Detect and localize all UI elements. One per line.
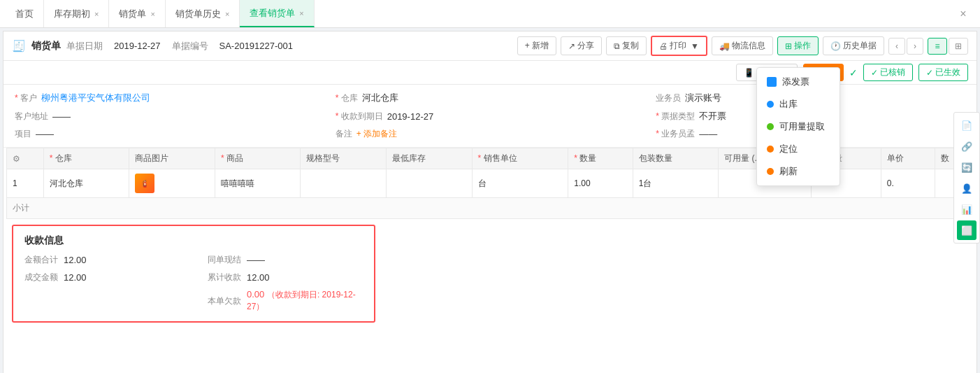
transaction-row: 成交金额 12.00 xyxy=(24,272,180,283)
project-label: 项目 xyxy=(15,128,31,140)
project-row: 项目 —— xyxy=(15,128,324,140)
cell-sales-unit: 台 xyxy=(472,169,568,198)
list-view-btn[interactable]: ≡ xyxy=(928,38,947,55)
outstanding-label: 本单欠款 xyxy=(208,295,241,307)
next-arrow[interactable]: › xyxy=(907,38,923,55)
doc-icon: 🧾 xyxy=(12,39,26,52)
doc-meta: 单据日期 2019-12-27 单据编号 SA-20191227-001 xyxy=(66,40,293,52)
note-row: 备注 + 添加备注 xyxy=(336,128,645,140)
share-icon: ↗ xyxy=(568,41,575,51)
col-pack-qty: 包装数量 xyxy=(633,148,719,169)
tab-home[interactable]: 首页 xyxy=(6,0,44,27)
total-row: 金额合计 12.00 xyxy=(24,254,180,266)
history-icon: 🕐 xyxy=(830,41,841,51)
close-inventory-init[interactable]: × xyxy=(94,10,99,18)
refresh-icon xyxy=(767,168,774,175)
sidebar-chart-icon[interactable]: 📊 xyxy=(957,199,977,219)
right-sidebar: 📄 🔗 🔄 👤 📊 ⬜ xyxy=(953,112,980,244)
available-qty-icon xyxy=(767,123,774,130)
payment-section: 收款信息 金额合计 12.00 成交金额 12.00 同单现结 —— xyxy=(12,225,375,323)
close-sales-history[interactable]: × xyxy=(225,10,229,18)
locate-icon xyxy=(767,146,774,153)
transaction-value: 12.00 xyxy=(64,272,87,283)
number-label: 单据编号 xyxy=(172,40,208,52)
menu-add-invoice[interactable]: 添发票 xyxy=(757,71,840,93)
out-warehouse-icon xyxy=(767,101,774,108)
date-value: 2019-12-27 xyxy=(114,41,161,51)
confirmed-button[interactable]: ✓ 已核销 xyxy=(863,64,913,81)
warehouse-row: 仓库 河北仓库 xyxy=(336,92,645,104)
menu-out-warehouse[interactable]: 出库 xyxy=(757,93,840,115)
history-button[interactable]: 🕐 历史单据 xyxy=(823,36,884,55)
col-sales-unit: 销售单位 xyxy=(472,148,568,169)
effective-check-icon: ✓ xyxy=(926,68,933,78)
print-dropdown-arrow: ▼ xyxy=(691,41,699,51)
cell-pack-qty: 1台 xyxy=(633,169,719,198)
customer-row: 客户 柳州粤港平安气体有限公司 xyxy=(15,92,324,104)
same-order-row: 同单现结 —— xyxy=(208,254,363,266)
share-button[interactable]: ↗ 分享 xyxy=(561,36,602,55)
cell-product-image: 🧯 xyxy=(129,169,215,198)
menu-refresh[interactable]: 刷新 xyxy=(757,160,840,183)
col-min-stock: 最低库存 xyxy=(387,148,473,169)
agent-value: —— xyxy=(699,129,717,139)
salesperson-value: 演示账号 xyxy=(685,92,721,104)
subtotal-row: 小计 xyxy=(7,198,974,219)
col-product-image: 商品图片 xyxy=(129,148,215,169)
new-button[interactable]: + 新增 xyxy=(517,36,556,55)
dropdown-menu: 添发票 出库 可用量提取 定位 刷新 xyxy=(756,67,840,186)
copy-button[interactable]: ⧉ 复制 xyxy=(606,36,647,55)
doc-toolbar: 🧾 销货单 单据日期 2019-12-27 单据编号 SA-20191227-0… xyxy=(3,31,977,61)
number-value: SA-20191227-001 xyxy=(219,41,294,51)
salesperson-label: 业务员 xyxy=(656,92,681,104)
tab-bar-close[interactable]: × xyxy=(952,3,974,25)
cell-unit-price: 0. xyxy=(881,169,935,198)
menu-available-qty[interactable]: 可用量提取 xyxy=(757,115,840,138)
sidebar-sync-icon[interactable]: 🔄 xyxy=(957,157,977,177)
tab-inventory-init[interactable]: 库存期初 × xyxy=(44,0,109,27)
menu-locate[interactable]: 定位 xyxy=(757,138,840,160)
col-settings[interactable]: ⚙ xyxy=(7,148,44,169)
tab-bar: 首页 库存期初 × 销货单 × 销货单历史 × 查看销货单 × × xyxy=(0,0,980,28)
agent-label: 业务员孟 xyxy=(656,128,695,140)
col-spec: 规格型号 xyxy=(301,148,387,169)
cell-seq: 1 xyxy=(7,169,44,198)
tab-view-sales[interactable]: 查看销货单 × xyxy=(240,0,314,27)
address-value: —— xyxy=(52,111,71,122)
tab-sales-order[interactable]: 销货单 × xyxy=(109,0,165,27)
col-unit-price: 单价 xyxy=(881,148,935,169)
settings-icon[interactable]: ⚙ xyxy=(13,154,20,164)
cumulative-label: 累计收款 xyxy=(208,272,241,283)
confirmed-check-icon: ✓ xyxy=(871,68,878,78)
tab-sales-history[interactable]: 销货单历史 × xyxy=(166,0,240,27)
payment-grid: 金额合计 12.00 成交金额 12.00 同单现结 —— 累计收款 xyxy=(24,254,363,313)
sidebar-user-icon[interactable]: 👤 xyxy=(957,178,977,198)
invoice-type-label: 票据类型 xyxy=(656,111,695,122)
warehouse-label: 仓库 xyxy=(336,92,358,104)
close-view-sales[interactable]: × xyxy=(299,9,303,17)
grid-view-btn[interactable]: ⊞ xyxy=(949,38,968,55)
same-order-label: 同单现结 xyxy=(208,254,241,266)
customer-value[interactable]: 柳州粤港平安气体有限公司 xyxy=(41,92,150,104)
phone-icon: 📱 xyxy=(744,68,754,78)
sidebar-link-icon[interactable]: 🔗 xyxy=(957,136,977,156)
operate-button[interactable]: ⊞ 操作 xyxy=(777,36,819,55)
total-label: 金额合计 xyxy=(24,254,58,266)
logistics-button[interactable]: 🚚 物流信息 xyxy=(712,36,773,55)
effective-button[interactable]: ✓ 已生效 xyxy=(918,64,968,81)
print-button[interactable]: 🖨 打印 ▼ xyxy=(651,36,707,56)
print-icon: 🖨 xyxy=(659,41,668,51)
sidebar-doc-icon[interactable]: 📄 xyxy=(957,115,977,135)
copy-icon: ⧉ xyxy=(614,41,620,51)
close-sales-order[interactable]: × xyxy=(150,10,154,18)
sidebar-expand-icon[interactable]: ⬜ xyxy=(957,220,977,240)
payment-date-label: 收款到期日 xyxy=(336,111,383,122)
same-order-value: —— xyxy=(247,255,265,265)
product-thumbnail: 🧯 xyxy=(135,174,154,193)
operate-icon: ⊞ xyxy=(785,41,792,51)
add-note-button[interactable]: + 添加备注 xyxy=(356,128,397,140)
toolbar-actions: + 新增 ↗ 分享 ⧉ 复制 🖨 打印 ▼ 🚚 物流信息 xyxy=(517,36,968,56)
invoice-type-value: 不开票 xyxy=(699,110,726,122)
warehouse-value: 河北仓库 xyxy=(362,92,398,104)
prev-arrow[interactable]: ‹ xyxy=(888,38,905,55)
